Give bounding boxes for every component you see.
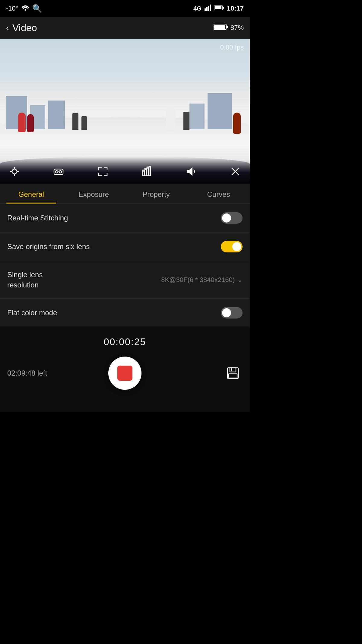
network-type: 4G (193, 5, 202, 12)
building-5 (189, 104, 205, 129)
vr-headset-button[interactable] (50, 163, 67, 180)
flat-color-label: Flat color mode (7, 309, 221, 317)
svg-rect-11 (227, 26, 228, 28)
resolution-value: 8K@30F(6 * 3840x2160) (161, 276, 235, 284)
svg-rect-27 (143, 170, 144, 171)
volume-button[interactable] (183, 163, 200, 180)
time-left: 02:09:48 left (7, 369, 47, 377)
svg-point-21 (59, 171, 62, 173)
status-left: -10° ~ 🔍 (6, 4, 42, 13)
svg-rect-8 (223, 7, 224, 9)
svg-rect-28 (145, 168, 146, 169)
svg-rect-23 (143, 171, 144, 176)
crosshair-button[interactable] (6, 163, 23, 180)
video-player[interactable]: 0.00 fps (0, 39, 250, 184)
tree-1 (72, 113, 78, 130)
person-left-2 (27, 114, 34, 132)
expand-button[interactable] (94, 163, 111, 180)
battery-percentage: 87% (230, 24, 244, 32)
svg-point-0 (24, 9, 26, 11)
toggle-track-origins (221, 241, 243, 252)
tab-curves[interactable]: Curves (187, 184, 250, 203)
building-4 (208, 93, 232, 129)
svg-rect-37 (231, 368, 232, 371)
setting-realtime-stitching: Real-time Stitching (0, 204, 250, 232)
svg-point-20 (56, 171, 58, 173)
svg-rect-2 (205, 8, 206, 11)
svg-rect-36 (229, 374, 237, 378)
tab-general[interactable]: General (0, 184, 62, 203)
status-right: 4G 10:17 (193, 4, 244, 13)
header-left: ‹ Video (6, 22, 37, 34)
fps-label: 0.00 fps (220, 43, 244, 51)
tree-3 (183, 112, 189, 130)
building-3 (48, 101, 65, 129)
flat-color-toggle[interactable] (221, 307, 243, 319)
toggle-thumb-realtime (222, 213, 231, 223)
status-bar: -10° ~ 🔍 4G (0, 0, 250, 17)
save-origins-toggle[interactable] (221, 241, 243, 252)
save-button[interactable] (223, 364, 243, 383)
record-button-inner (117, 366, 132, 381)
svg-line-18 (13, 170, 16, 173)
person-left-1 (18, 113, 26, 132)
svg-rect-29 (147, 167, 148, 168)
toggle-thumb-origins (232, 242, 241, 251)
timer: 00:00:25 (104, 336, 146, 348)
battery-bar-icon (214, 23, 228, 32)
svg-marker-31 (187, 167, 192, 176)
battery-icon (214, 5, 224, 12)
video-controls (0, 159, 250, 184)
signal-icon (205, 4, 211, 13)
page-title: Video (12, 22, 37, 34)
svg-rect-34 (227, 368, 238, 379)
svg-rect-4 (208, 6, 209, 11)
svg-rect-10 (214, 25, 225, 29)
record-button[interactable] (108, 357, 141, 390)
header-battery: 87% (214, 23, 244, 32)
settings-list: Real-time Stitching Save origins from si… (0, 204, 250, 327)
setting-flat-color: Flat color mode (0, 299, 250, 327)
resolution-label: Single lens resolution (7, 270, 161, 290)
close-button[interactable] (227, 163, 244, 180)
toggle-thumb-flatcolor (222, 308, 231, 317)
setting-save-origins: Save origins from six lens (0, 232, 250, 261)
svg-rect-25 (147, 168, 148, 176)
svg-rect-26 (149, 167, 151, 176)
header: ‹ Video 87% (0, 17, 250, 39)
chevron-down-icon: ⌄ (237, 276, 243, 284)
toggle-track-realtime (221, 212, 243, 224)
recording-area: 00:00:25 02:09:48 left (0, 327, 250, 412)
svg-rect-35 (230, 368, 236, 372)
svg-rect-24 (145, 169, 146, 176)
chart-button[interactable] (138, 163, 155, 180)
tree-2 (81, 116, 87, 130)
tab-property[interactable]: Property (125, 184, 187, 203)
person-right (233, 113, 241, 134)
back-button[interactable]: ‹ (6, 23, 9, 33)
svg-rect-3 (206, 7, 208, 11)
toggle-track-flatcolor (221, 307, 243, 319)
temperature: -10° (6, 5, 18, 12)
realtime-stitching-label: Real-time Stitching (7, 214, 221, 222)
svg-line-17 (13, 170, 16, 173)
svg-rect-5 (210, 5, 211, 11)
tab-exposure[interactable]: Exposure (62, 184, 125, 203)
setting-resolution: Single lens resolution 8K@30F(6 * 3840x2… (0, 261, 250, 299)
time: 10:17 (227, 5, 244, 12)
wifi-icon: ~ (21, 4, 29, 13)
search-icon: 🔍 (32, 4, 42, 13)
svg-rect-30 (149, 166, 151, 167)
resolution-selector[interactable]: 8K@30F(6 * 3840x2160) ⌄ (161, 276, 243, 284)
record-row: 02:09:48 left (7, 357, 243, 390)
realtime-stitching-toggle[interactable] (221, 212, 243, 224)
svg-rect-7 (215, 6, 221, 9)
person-center (166, 107, 175, 131)
save-origins-label: Save origins from six lens (7, 242, 221, 251)
svg-text:~: ~ (22, 5, 23, 8)
tabs: General Exposure Property Curves (0, 184, 250, 204)
